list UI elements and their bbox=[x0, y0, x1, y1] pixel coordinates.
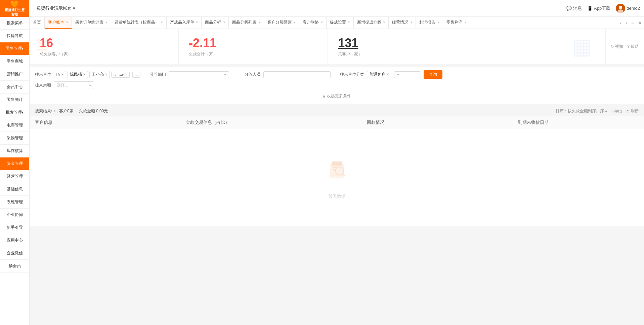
tab-close-icon[interactable]: × bbox=[105, 21, 108, 24]
help-link[interactable]: ? 帮助 bbox=[627, 44, 639, 49]
sidebar-item-畅会员[interactable]: 畅会员 bbox=[0, 260, 29, 273]
stat-total-customers: ▦ 131 总客户（家） bbox=[328, 29, 606, 64]
chevron-down-icon-2: ··· bbox=[324, 72, 328, 77]
tab-close-icon[interactable]: × bbox=[196, 21, 198, 24]
unit-tag-close[interactable]: ✕ bbox=[125, 73, 127, 76]
tab-13[interactable]: 零售利润× bbox=[443, 17, 470, 29]
query-button[interactable]: 查询 bbox=[424, 70, 442, 79]
sidebar-item-经营管理[interactable]: 经营管理 bbox=[0, 170, 29, 183]
topbar-left: 母婴行业演示帐套 ▾ bbox=[34, 4, 78, 13]
tab-9[interactable]: 提成设置× bbox=[327, 17, 354, 29]
tab-8[interactable]: 客户联络× bbox=[299, 17, 327, 29]
app-name: 畅捷通好生意 bbox=[5, 8, 25, 12]
tab-prev-button[interactable]: ‹ bbox=[618, 17, 624, 29]
refresh-button[interactable]: ↻ 刷新 bbox=[626, 108, 639, 114]
sidebar-item-库存核算[interactable]: 库存核算 bbox=[0, 145, 29, 157]
category-select-arrow: ▾ bbox=[397, 72, 399, 77]
tab-close-icon[interactable]: × bbox=[321, 21, 323, 24]
sidebar-item-零售管理[interactable]: 零售管理▾ bbox=[0, 42, 29, 55]
category-tag-label: 普通客户 bbox=[369, 72, 385, 77]
tab-close-icon[interactable]: × bbox=[66, 21, 68, 24]
filter-person-label: 分管人员 bbox=[245, 72, 261, 77]
stat-label-3: 总客户（家） bbox=[338, 51, 362, 57]
filter-person-select[interactable]: ··· bbox=[263, 71, 331, 78]
stats-actions: ▷ 视频 ? 帮助 bbox=[606, 29, 644, 64]
unit-tag-close[interactable]: ✕ bbox=[61, 73, 64, 76]
svg-rect-5 bbox=[332, 161, 342, 166]
tab-3[interactable]: 进货单统计表（按商品）× bbox=[111, 17, 167, 29]
video-link[interactable]: ▷ 视频 bbox=[611, 44, 623, 49]
filter-dept-clear-icon[interactable]: ··· bbox=[232, 72, 235, 77]
tab-menu-button[interactable]: ≡ bbox=[629, 17, 636, 29]
sidebar-item-搜索菜单[interactable]: 搜索菜单 bbox=[0, 17, 29, 30]
tab-10[interactable]: 新增提成方案× bbox=[354, 17, 389, 29]
user-profile[interactable]: demo2 bbox=[616, 4, 640, 13]
app-logo: 🧡 畅捷通好生意 标版 bbox=[0, 0, 29, 17]
sidebar-item-电商管理[interactable]: 电商管理 bbox=[0, 119, 29, 132]
sort-label[interactable]: 排序：按欠款金额到序排序 ▾ bbox=[556, 108, 607, 114]
sidebar-item-应用中心[interactable]: 应用中心 bbox=[0, 234, 29, 247]
tab-close-icon[interactable]: × bbox=[258, 21, 260, 24]
tab-close-icon[interactable]: × bbox=[437, 21, 439, 24]
filter-category-tags: 普通客户 ✕ bbox=[367, 71, 391, 78]
tab-11[interactable]: 经营情况× bbox=[389, 17, 416, 29]
col-header-customer: 客户信息 bbox=[35, 119, 186, 125]
unit-tag-close[interactable]: ✕ bbox=[83, 73, 86, 76]
category-tag-close[interactable]: ✕ bbox=[386, 73, 389, 76]
sidebar-item-系统管理[interactable]: 系统管理 bbox=[0, 196, 29, 209]
tab-6[interactable]: 商品分析列表× bbox=[229, 17, 264, 29]
account-selector[interactable]: 母婴行业演示帐套 ▾ bbox=[34, 4, 78, 13]
tab-close-all-button[interactable]: ✕ bbox=[636, 17, 644, 29]
sidebar-item-会员中心[interactable]: 会员中心 bbox=[0, 81, 29, 94]
help-icon: ? bbox=[627, 44, 630, 49]
tab-close-icon[interactable]: × bbox=[348, 21, 350, 24]
tab-close-icon[interactable]: × bbox=[465, 21, 467, 24]
tab-1[interactable]: 客户账本× bbox=[45, 17, 72, 29]
filter-more-btn[interactable]: ... bbox=[132, 72, 140, 78]
tab-5[interactable]: 商品分析× bbox=[202, 17, 229, 29]
balance-placeholder: 选择... bbox=[57, 82, 68, 88]
filter-dept-select[interactable]: ▾ bbox=[169, 71, 229, 78]
tab-4[interactable]: 产成品入库单× bbox=[167, 17, 202, 29]
app-download-button[interactable]: 📱 App下载 bbox=[587, 5, 610, 11]
filter-category-select[interactable]: ▾ bbox=[394, 71, 421, 78]
sidebar-item-企业微信[interactable]: 企业微信 bbox=[0, 247, 29, 260]
tab-next-button[interactable]: › bbox=[624, 17, 629, 29]
unit-tag-close[interactable]: ✕ bbox=[105, 73, 108, 76]
sidebar-item-基础信息[interactable]: 基础信息 bbox=[0, 183, 29, 196]
tab-close-icon[interactable]: × bbox=[410, 21, 412, 24]
tab-12[interactable]: 利润报告× bbox=[416, 17, 443, 29]
tab-2[interactable]: 采购订单统计表× bbox=[72, 17, 111, 29]
filter-area: 往来单位 伍✕陈民强✕王小亮✕cjttcw✕ ... 分管部门 ▾ ··· 分管… bbox=[30, 67, 644, 104]
sidebar-item-采购管理[interactable]: 采购管理 bbox=[0, 132, 29, 145]
help-label: 帮助 bbox=[631, 44, 639, 49]
sidebar-item-资金管理[interactable]: 资金管理 bbox=[0, 157, 29, 170]
sidebar-item-营销推广[interactable]: 营销推广 bbox=[0, 68, 29, 81]
messages-button[interactable]: 💬 消息 bbox=[566, 5, 582, 11]
tab-close-icon[interactable]: × bbox=[161, 21, 163, 24]
sidebar-item-新手引导[interactable]: 新手引导 bbox=[0, 221, 29, 234]
tab-0[interactable]: 首页 bbox=[30, 17, 45, 29]
filter-category-label: 往来单位分类 bbox=[340, 72, 364, 77]
tabbar: 首页客户账本×采购订单统计表×进货单统计表（按商品）×产成品入库单×商品分析×商… bbox=[30, 17, 644, 29]
sidebar-item-零售商城[interactable]: 零售商城 bbox=[0, 55, 29, 68]
play-icon: ▷ bbox=[611, 44, 614, 49]
tab-7[interactable]: 客户分层经营× bbox=[264, 17, 299, 29]
tab-close-icon[interactable]: × bbox=[383, 21, 385, 24]
chevron-down-icon: ▾ bbox=[22, 111, 24, 114]
topbar-right: 💬 消息 📱 App下载 demo2 bbox=[566, 4, 640, 13]
filter-balance-select[interactable]: 选择... ▾ bbox=[54, 81, 94, 89]
table-header: 客户信息 欠款交易信息（占比） 回款情况 到期未收款日期 bbox=[30, 116, 644, 129]
export-button[interactable]: ↑ 导出 bbox=[611, 108, 622, 114]
sidebar-item-快捷导航[interactable]: 快捷导航 bbox=[0, 30, 29, 42]
sidebar-item-企业协同[interactable]: 企业协同 bbox=[0, 209, 29, 221]
filter-collapse-btn[interactable]: ∧ 收起更多条件 bbox=[35, 92, 639, 100]
tab-close-icon[interactable]: × bbox=[223, 21, 225, 24]
tab-close-icon[interactable]: × bbox=[294, 21, 296, 24]
filter-dept-label: 分管部门 bbox=[150, 72, 166, 77]
empty-state: 暂无数据 bbox=[30, 129, 644, 226]
sidebar-item-批发管理[interactable]: 批发管理▾ bbox=[0, 106, 29, 119]
collapse-label: 收起更多条件 bbox=[327, 93, 351, 99]
sidebar-item-零售统计[interactable]: 零售统计 bbox=[0, 94, 29, 106]
chevron-down-icon: ▾ bbox=[73, 6, 75, 11]
